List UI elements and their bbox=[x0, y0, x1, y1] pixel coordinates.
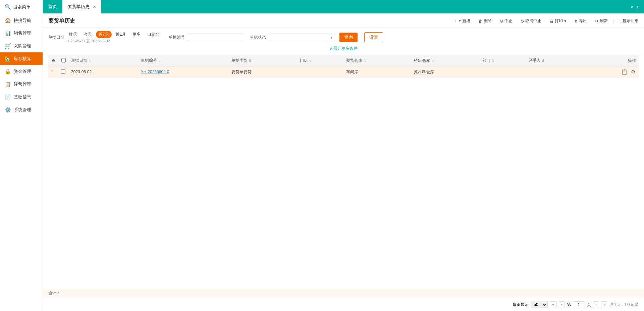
date-chip-today[interactable]: 今天 bbox=[81, 31, 95, 38]
sidebar-item-inventory[interactable]: 🏡 库存核算 bbox=[0, 52, 43, 65]
sort-type-icon: ⇅ bbox=[249, 59, 251, 62]
date-chip-last1month[interactable]: 近1月 bbox=[113, 31, 129, 38]
date-chip-custom[interactable]: 自定义 bbox=[145, 31, 162, 38]
th-checkbox bbox=[58, 55, 68, 66]
tab-close-icon[interactable]: ✕ bbox=[93, 5, 96, 9]
system-icon: ⚙️ bbox=[5, 107, 11, 113]
page-suffix: 页 bbox=[587, 302, 591, 308]
stop-button[interactable]: ⊘ 中止 bbox=[497, 17, 515, 25]
per-page-label: 每页显示 bbox=[513, 302, 529, 308]
expand-more-btn[interactable]: ∨ 展开更多条件 bbox=[48, 46, 639, 51]
sidebar-item-operation[interactable]: 📋 经营管理 bbox=[0, 78, 43, 91]
date-chip-yesterday[interactable]: 昨天 bbox=[66, 31, 80, 38]
row-date: 2023-06-02 bbox=[68, 66, 138, 78]
sidebar-item-label: 采购管理 bbox=[14, 43, 31, 49]
print-dropdown-icon: ▾ bbox=[564, 19, 566, 24]
tab-requisition-history[interactable]: 要货单历史 ✕ bbox=[62, 0, 101, 13]
select-all-checkbox[interactable] bbox=[61, 58, 66, 62]
query-button[interactable]: 查询 bbox=[339, 33, 358, 42]
status-dropdown-icon[interactable]: ▾ bbox=[330, 35, 333, 40]
purchase-icon: 🛒 bbox=[5, 43, 11, 49]
content-area: 要货单历史 ＋ + 新增 🗑 删除 ⊘ 中止 ⊘ 取消中止 bbox=[43, 13, 644, 311]
prev-page-button[interactable]: ‹ bbox=[559, 301, 565, 308]
filter-area: 单据日期 昨天 今天 近7天 近1月 更多 自定义 2023-05-27 至 2… bbox=[43, 28, 644, 55]
data-table: ⚙ 单据日期 ⇅ 单据编号 ⇅ 单据类型 bbox=[48, 55, 639, 78]
order-no-filter: 单据编号 bbox=[169, 34, 243, 41]
row-department bbox=[480, 66, 526, 78]
topbar: 首页 要货单历史 ✕ ✕ □ bbox=[43, 0, 644, 13]
status-filter: 单据状态 ▾ bbox=[250, 34, 333, 41]
th-pending-warehouse[interactable]: 待出仓库 ⇅ bbox=[411, 55, 480, 66]
refresh-button[interactable]: ↺ 刷新 bbox=[592, 17, 610, 25]
export-icon: ⬆ bbox=[574, 19, 578, 24]
th-req-warehouse[interactable]: 要货仓库 ⇅ bbox=[343, 55, 411, 66]
sidebar-item-label: 经营管理 bbox=[14, 81, 31, 87]
new-button[interactable]: ＋ + 新增 bbox=[450, 17, 473, 25]
display-detail-checkbox[interactable] bbox=[617, 19, 621, 23]
status-input[interactable] bbox=[268, 34, 335, 41]
table-footer: 合计： bbox=[43, 288, 644, 298]
date-chips: 昨天 今天 近7天 近1月 更多 自定义 bbox=[66, 31, 162, 38]
display-detail-label: 显示明细 bbox=[617, 18, 639, 24]
date-filter-col: 昨天 今天 近7天 近1月 更多 自定义 2023-05-27 至 2023-0… bbox=[66, 31, 162, 44]
filter-row: 单据日期 昨天 今天 近7天 近1月 更多 自定义 2023-05-27 至 2… bbox=[48, 31, 639, 44]
sidebar-item-label: 资金管理 bbox=[14, 69, 31, 75]
sidebar-item-sales[interactable]: 📊 销售管理 bbox=[0, 27, 43, 40]
tab-home[interactable]: 首页 bbox=[43, 0, 62, 13]
per-page-select[interactable]: 50 20 100 bbox=[531, 301, 548, 308]
topbar-right: ✕ □ bbox=[630, 4, 644, 9]
th-order-no[interactable]: 单据编号 ⇅ bbox=[138, 55, 229, 66]
row-checkbox[interactable] bbox=[61, 69, 65, 74]
toolbar: ＋ + 新增 🗑 删除 ⊘ 中止 ⊘ 取消中止 🖨 打印 bbox=[450, 17, 639, 25]
th-operation: 操作 bbox=[583, 55, 639, 66]
order-no-input[interactable] bbox=[187, 34, 243, 41]
table-container: ⚙ 单据日期 ⇅ 单据编号 ⇅ 单据类型 bbox=[43, 55, 644, 288]
sidebar-search[interactable]: 🔍 搜索菜单 bbox=[0, 0, 43, 14]
window-close-icon[interactable]: ✕ bbox=[630, 4, 634, 9]
new-icon: ＋ bbox=[453, 18, 457, 24]
window-maximize-icon[interactable]: □ bbox=[637, 4, 640, 9]
page-input[interactable] bbox=[573, 301, 585, 308]
th-handler[interactable]: 经手人 ⇅ bbox=[526, 55, 583, 66]
last-page-button[interactable]: » bbox=[601, 301, 608, 308]
first-page-button[interactable]: « bbox=[550, 301, 557, 308]
page-header: 要货单历史 ＋ + 新增 🗑 删除 ⊘ 中止 ⊘ 取消中止 bbox=[43, 13, 644, 28]
inventory-icon: 🏡 bbox=[5, 56, 11, 62]
sidebar-item-purchase[interactable]: 🛒 采购管理 bbox=[0, 40, 43, 52]
date-filter-label: 单据日期 bbox=[48, 35, 64, 40]
sidebar-item-system[interactable]: ⚙️ 系统管理 bbox=[0, 103, 43, 116]
order-no-label: 单据编号 bbox=[169, 35, 185, 40]
row-num: 1 bbox=[48, 66, 58, 78]
sort-dept-icon: ⇅ bbox=[491, 59, 494, 62]
sidebar-item-quick-nav[interactable]: 🏠 快捷导航 bbox=[0, 14, 43, 27]
settings-button[interactable]: 设置 bbox=[364, 32, 383, 42]
total-label: 合计： bbox=[48, 290, 60, 296]
date-chip-last7days[interactable]: 近7天 bbox=[96, 31, 112, 38]
cancel-stop-button[interactable]: ⊘ 取消中止 bbox=[518, 17, 544, 25]
th-date[interactable]: 单据日期 ⇅ bbox=[68, 55, 138, 66]
row-delete-button[interactable]: ⚙ bbox=[630, 69, 636, 75]
main-area: 首页 要货单历史 ✕ ✕ □ 要货单历史 ＋ + 新增 🗑 删除 bbox=[43, 0, 644, 311]
sidebar-item-label: 系统管理 bbox=[14, 107, 31, 113]
table-body: 1 2023-06-02 YH-20230602-0 要货单要货 车间库 原材料… bbox=[48, 66, 639, 78]
th-store[interactable]: 门店 ⇅ bbox=[297, 55, 343, 66]
expand-chevron-icon: ∨ bbox=[329, 46, 332, 51]
th-settings[interactable]: ⚙ bbox=[48, 55, 58, 66]
row-edit-button[interactable]: 📋 bbox=[621, 69, 628, 75]
next-page-button[interactable]: › bbox=[593, 301, 599, 308]
row-handler bbox=[526, 66, 583, 78]
sidebar-item-basic[interactable]: 📄 基础信息 bbox=[0, 91, 43, 103]
sidebar-item-label: 快捷导航 bbox=[14, 17, 31, 24]
th-department[interactable]: 部门 ⇅ bbox=[480, 55, 526, 66]
sort-handler-icon: ⇅ bbox=[542, 59, 544, 62]
operation-icon: 📋 bbox=[5, 81, 11, 87]
toolbar-divider: | bbox=[613, 18, 614, 24]
delete-button[interactable]: 🗑 删除 bbox=[476, 17, 494, 25]
row-order-no-link[interactable]: YH-20230602-0 bbox=[141, 70, 169, 74]
print-button[interactable]: 🖨 打印 ▾ bbox=[547, 17, 569, 25]
th-order-type[interactable]: 单据类型 ⇅ bbox=[229, 55, 297, 66]
export-button[interactable]: ⬆ 导出 bbox=[572, 17, 590, 25]
sidebar-item-finance[interactable]: 🔒 资金管理 bbox=[0, 65, 43, 78]
date-chip-more[interactable]: 更多 bbox=[130, 31, 143, 38]
tab-requisition-label: 要货单历史 bbox=[68, 4, 90, 10]
